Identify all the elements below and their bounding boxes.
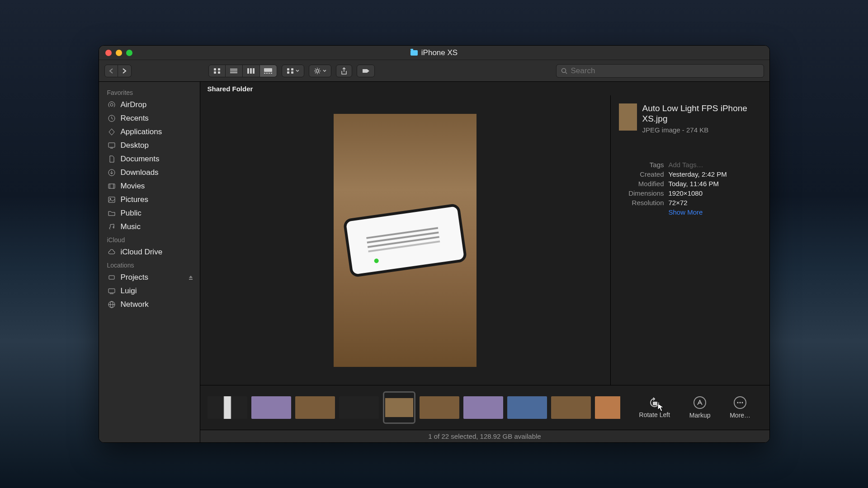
- sidebar-item-airdrop[interactable]: AirDrop: [99, 98, 200, 112]
- sidebar-item-label: Movies: [121, 182, 145, 191]
- status-text: 1 of 22 selected, 128.92 GB available: [428, 432, 541, 440]
- sidebar-item-label: Music: [121, 222, 141, 231]
- share-button[interactable]: [336, 65, 352, 77]
- thumbnail[interactable]: [463, 396, 503, 419]
- status-bar: 1 of 22 selected, 128.92 GB available: [200, 430, 769, 442]
- svg-rect-12: [266, 73, 268, 74]
- thumbnail[interactable]: [420, 396, 459, 419]
- back-button[interactable]: [104, 65, 118, 77]
- chevron-down-icon: [296, 70, 299, 72]
- downloads-icon: [107, 168, 116, 177]
- svg-line-21: [566, 72, 567, 74]
- show-more-link[interactable]: Show More: [669, 208, 703, 216]
- column-view-button[interactable]: [243, 65, 260, 77]
- sidebar-item-label: Applications: [121, 127, 162, 136]
- svg-rect-16: [291, 68, 293, 70]
- sidebar-item-luigi[interactable]: Luigi: [99, 284, 200, 298]
- sidebar-item-public[interactable]: Public: [99, 206, 200, 220]
- svg-rect-3: [218, 71, 220, 74]
- minimize-button[interactable]: [116, 50, 122, 56]
- window-title: iPhone XS: [421, 48, 458, 57]
- svg-rect-33: [108, 289, 115, 293]
- sidebar-item-downloads[interactable]: Downloads: [99, 166, 200, 179]
- close-button[interactable]: [105, 50, 112, 56]
- icon-view-button[interactable]: [208, 65, 226, 77]
- eject-icon[interactable]: [188, 275, 193, 280]
- markup-button[interactable]: Markup: [689, 396, 711, 419]
- meta-value: 72×72: [669, 199, 688, 206]
- thumbnail[interactable]: [507, 396, 547, 419]
- sidebar-item-label: iCloud Drive: [121, 248, 163, 257]
- sidebar: Favorites AirDrop Recents Applications D…: [99, 82, 200, 442]
- thumbnail[interactable]: [295, 396, 335, 419]
- svg-rect-11: [264, 73, 265, 74]
- svg-rect-30: [108, 197, 115, 202]
- svg-rect-1: [218, 68, 220, 70]
- folder-icon: [107, 209, 116, 218]
- sidebar-item-label: Public: [121, 209, 142, 218]
- svg-rect-8: [250, 68, 252, 74]
- sidebar-item-desktop[interactable]: Desktop: [99, 139, 200, 152]
- sidebar-item-movies[interactable]: Movies: [99, 179, 200, 193]
- cloud-icon: [107, 248, 116, 257]
- finder-window: iPhone XS: [99, 45, 770, 443]
- sidebar-item-projects[interactable]: Projects: [99, 271, 200, 284]
- sidebar-item-label: Desktop: [121, 141, 149, 150]
- svg-point-20: [561, 68, 566, 72]
- sidebar-item-music[interactable]: Music: [99, 220, 200, 234]
- maximize-button[interactable]: [126, 50, 132, 56]
- svg-rect-0: [214, 68, 216, 70]
- file-type: JPEG image - 274 KB: [642, 126, 761, 134]
- documents-icon: [107, 155, 116, 164]
- sidebar-item-icloud-drive[interactable]: iCloud Drive: [99, 245, 200, 259]
- toolbar: [99, 60, 769, 82]
- meta-value: Yesterday, 2:42 PM: [669, 170, 727, 178]
- pictures-icon: [107, 195, 116, 204]
- chevron-down-icon: [323, 70, 326, 72]
- thumbnail[interactable]: [595, 396, 621, 419]
- svg-point-40: [740, 402, 741, 404]
- svg-rect-17: [287, 71, 289, 74]
- applications-icon: [107, 127, 116, 136]
- action-label: Markup: [689, 412, 711, 419]
- list-view-button[interactable]: [226, 65, 243, 77]
- sidebar-item-documents[interactable]: Documents: [99, 152, 200, 166]
- forward-button[interactable]: [118, 65, 132, 77]
- traffic-lights: [105, 50, 132, 56]
- meta-label: Created: [619, 170, 664, 178]
- tags-field[interactable]: Add Tags…: [669, 161, 703, 169]
- thumbnail[interactable]: [339, 396, 379, 419]
- tags-button[interactable]: [357, 65, 375, 77]
- svg-point-41: [742, 402, 743, 404]
- sidebar-item-pictures[interactable]: Pictures: [99, 193, 200, 206]
- gear-icon: [314, 67, 321, 75]
- svg-rect-38: [653, 402, 657, 405]
- sidebar-item-label: Network: [121, 300, 149, 309]
- action-button[interactable]: [309, 65, 331, 77]
- thumbnail-strip[interactable]: [200, 385, 621, 430]
- sidebar-item-applications[interactable]: Applications: [99, 125, 200, 139]
- rotate-left-button[interactable]: Rotate Left: [639, 397, 670, 418]
- sidebar-section-header: Locations: [99, 259, 200, 271]
- meta-value: 868×488: [669, 189, 703, 197]
- desktop-icon: [107, 141, 116, 150]
- svg-point-22: [110, 103, 113, 106]
- preview-image[interactable]: [334, 114, 476, 367]
- search-field[interactable]: [556, 64, 764, 78]
- sidebar-item-network[interactable]: Network: [99, 298, 200, 311]
- computer-icon: [107, 286, 116, 296]
- thumbnail[interactable]: [208, 396, 247, 419]
- arrange-button[interactable]: [282, 65, 304, 77]
- svg-rect-18: [291, 71, 293, 74]
- search-input[interactable]: [571, 66, 759, 75]
- thumbnail[interactable]: [251, 396, 291, 419]
- thumbnail-selected[interactable]: [383, 391, 415, 424]
- sidebar-item-label: Pictures: [121, 195, 148, 204]
- thumbnail[interactable]: [551, 396, 591, 419]
- sidebar-item-label: Recents: [121, 114, 149, 123]
- meta-label: Resolution: [619, 199, 664, 206]
- svg-rect-24: [108, 143, 115, 147]
- sidebar-item-recents[interactable]: Recents: [99, 112, 200, 125]
- more-button[interactable]: More…: [730, 396, 750, 419]
- gallery-view-button[interactable]: [260, 65, 277, 77]
